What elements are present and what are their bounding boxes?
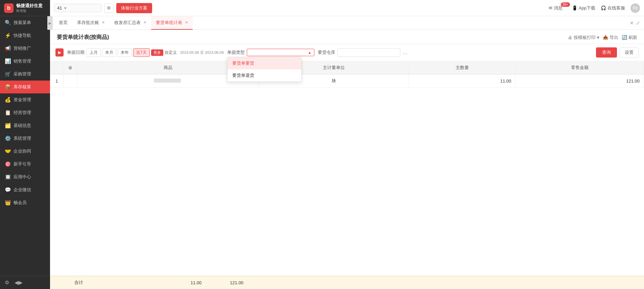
table-row: 1 块 11.00 121.00 bbox=[50, 74, 644, 88]
sidebar-item-purchase[interactable]: 🛒 采购管理 bbox=[0, 68, 50, 81]
filter-expand-button[interactable]: ▶ bbox=[55, 48, 64, 57]
footer-amount: 121.00 bbox=[216, 280, 257, 285]
sidebar-item-appstore[interactable]: 🔲 应用中心 bbox=[0, 171, 50, 183]
sidebar-item-quicknav[interactable]: ⚡ 快捷导航 bbox=[0, 29, 50, 42]
type-dropdown: 要货单要货 要货单退货 bbox=[227, 57, 302, 82]
col-settings[interactable]: ⚙ bbox=[64, 61, 77, 74]
table-footer: 合计 11.00 121.00 bbox=[50, 276, 644, 289]
date-this-month-button[interactable]: 本月 bbox=[102, 48, 116, 57]
cell-amount: 121.00 bbox=[516, 74, 644, 88]
date-this-year-button[interactable]: 本年 bbox=[118, 48, 132, 57]
tab-close-inventory-batch[interactable]: ✕ bbox=[102, 20, 105, 25]
print-template-button[interactable]: 🖨 按模板打印 ▾ bbox=[568, 35, 599, 41]
date-more-button[interactable]: 更多 bbox=[151, 49, 163, 56]
settings-bottom-icon[interactable]: ⚙ bbox=[5, 280, 9, 286]
operations-icon: 📋 bbox=[5, 110, 11, 116]
sidebar-item-wecom[interactable]: 💬 企业微信 bbox=[0, 183, 50, 196]
trial-button[interactable]: 体验行业方案 bbox=[116, 3, 152, 13]
tabbar: 首页 库存批次账 ✕ 收发存汇总表 ✕ 要货单统计表 ✕ ✕ ⤢ bbox=[50, 16, 644, 30]
cell-qty: 11.00 bbox=[409, 74, 516, 88]
inventory-icon: 📦 bbox=[5, 84, 11, 90]
export-button[interactable]: 📤 导出 bbox=[603, 35, 618, 41]
warehouse-input[interactable] bbox=[337, 48, 400, 57]
flash-icon: ⚡ bbox=[5, 32, 11, 39]
sidebar-item-guide[interactable]: 🎯 新手引导 bbox=[0, 158, 50, 171]
tab-receive-send-summary[interactable]: 收发存汇总表 ✕ bbox=[110, 16, 151, 30]
close-all-tabs-icon[interactable]: ✕ bbox=[630, 20, 634, 26]
sidebar-collapse-button[interactable]: ▶ bbox=[47, 16, 53, 30]
page-actions: 🖨 按模板打印 ▾ 📤 导出 🔄 刷新 bbox=[568, 35, 637, 41]
info-icon: 🗂️ bbox=[5, 123, 11, 129]
sidebar-nav: 🔍 搜索菜单 ⚡ 快捷导航 📢 营销推广 📊 销售管理 🛒 采购管理 📦 库存核… bbox=[0, 16, 50, 276]
tab-close-order-stats[interactable]: ✕ bbox=[185, 20, 188, 25]
topbar-left: 41 ▼ ⚙ 体验行业方案 bbox=[54, 3, 545, 13]
sidebar-item-system[interactable]: ⚙️ 系统管理 bbox=[0, 132, 50, 145]
dropdown-item-order-return[interactable]: 要货单退货 bbox=[228, 69, 301, 82]
query-button[interactable]: 查询 bbox=[596, 47, 617, 58]
sidebar-item-member[interactable]: 👑 畅会员 bbox=[0, 196, 50, 209]
finance-icon: 💰 bbox=[5, 97, 11, 103]
refresh-icon: 🔄 bbox=[622, 35, 627, 40]
collapse-bottom-icon[interactable]: ◀▶ bbox=[15, 280, 23, 286]
marketing-icon: 📢 bbox=[5, 45, 11, 51]
messages-button[interactable]: ✉ 消息 99+ bbox=[549, 5, 567, 11]
online-service-button[interactable]: 🎧 在线客服 bbox=[601, 5, 625, 11]
filter-settings-button[interactable]: 设置 bbox=[620, 47, 639, 58]
tab-inventory-batch[interactable]: 库存批次账 ✕ bbox=[72, 16, 110, 30]
sidebar-item-finance[interactable]: 💰 资金管理 bbox=[0, 93, 50, 106]
sidebar: b 畅捷通好生意 标准版 ▶ 🔍 搜索菜单 ⚡ 快捷导航 📢 营销推广 📊 销售… bbox=[0, 0, 50, 289]
logo-text: 畅捷通好生意 标准版 bbox=[16, 3, 43, 13]
member-icon: 👑 bbox=[5, 200, 11, 206]
type-chevron-icon: ▲ bbox=[308, 50, 311, 54]
collab-icon: 🤝 bbox=[5, 148, 11, 154]
sidebar-item-basic-info[interactable]: 🗂️ 基础信息 bbox=[0, 119, 50, 132]
date-filter-group: 单据日期 上月 本月 本年 近7天 更多 自定义 2023-05-06 至 20… bbox=[67, 48, 224, 57]
tab-window-buttons: ✕ ⤢ bbox=[630, 20, 640, 26]
messages-badge: 99+ bbox=[561, 2, 570, 7]
type-select[interactable]: ▲ bbox=[247, 49, 314, 56]
date-range-buttons: 上月 本月 本年 近7天 更多 自定义 bbox=[87, 48, 177, 57]
tab-close-receive-send[interactable]: ✕ bbox=[143, 20, 146, 25]
topbar-gear-button[interactable]: ⚙ bbox=[104, 3, 114, 13]
dropdown-item-order-purchase[interactable]: 要货单要货 bbox=[228, 57, 301, 69]
refresh-button[interactable]: 🔄 刷新 bbox=[622, 35, 637, 41]
expand-tab-icon[interactable]: ⤢ bbox=[636, 20, 640, 26]
table-area: ⚙ 商品 主计量单位 主数量 零售金额 1 块 bbox=[50, 61, 644, 276]
date-last-7days-button[interactable]: 近7天 bbox=[133, 48, 150, 57]
cell-index: 1 bbox=[50, 74, 64, 88]
tab-order-statistics[interactable]: 要货单统计表 ✕ bbox=[151, 16, 193, 30]
footer-label: 合计 bbox=[54, 280, 122, 286]
guide-icon: 🎯 bbox=[5, 161, 11, 167]
sidebar-item-collab[interactable]: 🤝 企业协同 bbox=[0, 145, 50, 158]
sidebar-item-operations[interactable]: 📋 经营管理 bbox=[0, 106, 50, 119]
user-avatar[interactable]: Rit bbox=[630, 3, 640, 13]
wecom-icon: 💬 bbox=[5, 187, 11, 193]
cell-settings bbox=[64, 74, 77, 88]
col-index bbox=[50, 61, 64, 74]
purchase-icon: 🛒 bbox=[5, 71, 11, 77]
print-chevron-icon: ▾ bbox=[597, 35, 599, 40]
tenant-selector[interactable]: 41 ▼ bbox=[54, 4, 101, 12]
product-placeholder bbox=[154, 79, 181, 83]
app-download-icon: 📱 bbox=[572, 5, 577, 10]
warehouse-more-icon[interactable]: … bbox=[402, 49, 408, 55]
sidebar-item-sales[interactable]: 📊 销售管理 bbox=[0, 55, 50, 68]
print-icon: 🖨 bbox=[568, 35, 572, 40]
tab-home[interactable]: 首页 bbox=[54, 16, 72, 30]
main-area: 41 ▼ ⚙ 体验行业方案 ✉ 消息 99+ 📱 App下载 🎧 在线客服 bbox=[50, 0, 644, 289]
page-header: 要货单统计表(按商品) 🖨 按模板打印 ▾ 📤 导出 🔄 刷新 bbox=[50, 30, 644, 44]
footer-qty: 11.00 bbox=[176, 280, 216, 285]
export-icon: 📤 bbox=[603, 35, 608, 40]
col-amount: 零售金额 bbox=[516, 61, 644, 74]
app-download-button[interactable]: 📱 App下载 bbox=[572, 5, 595, 11]
topbar-right: ✉ 消息 99+ 📱 App下载 🎧 在线客服 Rit bbox=[549, 3, 640, 13]
date-custom-button[interactable]: 自定义 bbox=[165, 50, 177, 55]
sidebar-item-search[interactable]: 🔍 搜索菜单 bbox=[0, 16, 50, 29]
type-filter-group: 单据类型 ▲ 要货单要货 要货单退货 bbox=[227, 49, 314, 56]
sidebar-item-inventory[interactable]: 📦 库存核算 bbox=[0, 81, 50, 93]
sidebar-item-marketing[interactable]: 📢 营销推广 bbox=[0, 42, 50, 55]
service-icon: 🎧 bbox=[601, 5, 606, 10]
date-last-month-button[interactable]: 上月 bbox=[87, 48, 101, 57]
sidebar-bottom: ⚙ ◀▶ bbox=[0, 276, 50, 289]
filter-action-buttons: 查询 设置 bbox=[596, 47, 639, 58]
